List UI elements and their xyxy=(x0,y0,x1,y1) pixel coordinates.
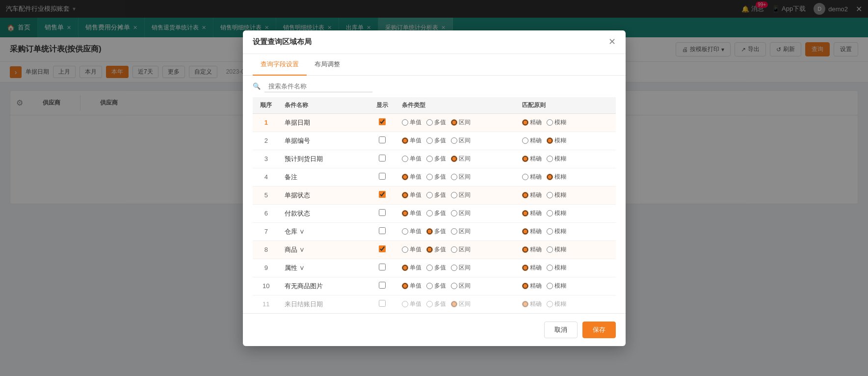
cell-type: 单值多值区间 xyxy=(397,259,517,277)
cell-display xyxy=(367,150,397,168)
table-row: 1单据日期单值多值区间精确模糊 xyxy=(253,113,616,132)
tab-layout[interactable]: 布局调整 xyxy=(307,54,348,76)
display-checkbox[interactable] xyxy=(379,136,386,143)
col-order: 顺序 xyxy=(253,97,280,114)
type-radio-区间[interactable] xyxy=(451,156,457,162)
cell-name: 备注 xyxy=(280,168,367,186)
col-display: 显示 xyxy=(367,97,397,114)
match-radio-精确[interactable] xyxy=(522,192,528,198)
type-radio-单值[interactable] xyxy=(402,137,408,144)
type-radio-多值[interactable] xyxy=(426,210,433,216)
match-radio-模糊[interactable] xyxy=(547,192,553,198)
type-radio-区间[interactable] xyxy=(451,228,457,235)
cell-type: 单值多值区间 xyxy=(397,222,517,241)
search-icon: 🔍 xyxy=(253,82,261,90)
cell-match: 精确模糊 xyxy=(517,204,615,222)
cell-name: 单据日期 xyxy=(280,113,367,132)
col-match: 匹配原则 xyxy=(517,97,615,114)
settings-modal: 设置查询区域布局 ✕ 查询字段设置 布局调整 🔍 顺序 xyxy=(243,30,626,279)
cell-display xyxy=(367,186,397,204)
cell-order: 3 xyxy=(253,150,280,168)
match-radio-模糊[interactable] xyxy=(547,156,553,162)
cell-type: 单值多值区间 xyxy=(397,150,517,168)
type-radio-区间[interactable] xyxy=(451,246,457,253)
display-checkbox[interactable] xyxy=(379,209,386,216)
cell-match: 精确模糊 xyxy=(517,277,615,279)
cell-match: 精确模糊 xyxy=(517,150,615,168)
cell-order: 6 xyxy=(253,204,280,222)
display-checkbox[interactable] xyxy=(379,118,386,125)
cell-type: 单值多值区间 xyxy=(397,204,517,222)
cell-display xyxy=(367,113,397,132)
match-radio-模糊[interactable] xyxy=(547,137,553,144)
display-checkbox[interactable] xyxy=(379,155,386,161)
cell-type: 单值多值区间 xyxy=(397,113,517,132)
modal-close-btn[interactable]: ✕ xyxy=(608,37,616,46)
display-checkbox[interactable] xyxy=(379,227,386,234)
type-radio-单值[interactable] xyxy=(402,210,408,216)
type-radio-多值[interactable] xyxy=(426,137,433,144)
type-radio-单值[interactable] xyxy=(402,228,408,235)
match-radio-模糊[interactable] xyxy=(547,210,553,216)
cell-match: 精确模糊 xyxy=(517,113,615,132)
type-radio-多值[interactable] xyxy=(426,265,433,271)
modal-body: 查询字段设置 布局调整 🔍 顺序 条件名称 显示 条件类型 xyxy=(243,54,626,279)
search-input[interactable] xyxy=(264,81,372,92)
display-checkbox[interactable] xyxy=(379,245,386,252)
cell-display xyxy=(367,277,397,279)
col-type: 条件类型 xyxy=(397,97,517,114)
cell-name: 有无商品图片 xyxy=(280,277,367,279)
tab-query-fields[interactable]: 查询字段设置 xyxy=(253,54,307,76)
modal-search: 🔍 xyxy=(243,76,626,92)
cell-type: 单值多值区间 xyxy=(397,186,517,204)
table-row: 9属性 ∨单值多值区间精确模糊 xyxy=(253,259,616,277)
match-radio-精确[interactable] xyxy=(522,265,528,271)
table-header-row: 顺序 条件名称 显示 条件类型 匹配原则 xyxy=(253,97,616,114)
match-radio-精确[interactable] xyxy=(522,246,528,253)
match-radio-模糊[interactable] xyxy=(547,228,553,235)
type-radio-多值[interactable] xyxy=(426,246,433,253)
type-radio-区间[interactable] xyxy=(451,210,457,216)
match-radio-模糊[interactable] xyxy=(547,174,553,180)
type-radio-单值[interactable] xyxy=(402,119,408,126)
type-radio-单值[interactable] xyxy=(402,156,408,162)
cell-type: 单值多值区间 xyxy=(397,132,517,150)
match-radio-精确[interactable] xyxy=(522,156,528,162)
type-radio-区间[interactable] xyxy=(451,119,457,126)
match-radio-精确[interactable] xyxy=(522,210,528,216)
display-checkbox[interactable] xyxy=(379,173,386,180)
conditions-table: 顺序 条件名称 显示 条件类型 匹配原则 1单据日期单值多值区间精确模糊2单据编… xyxy=(253,97,616,279)
match-radio-精确[interactable] xyxy=(522,119,528,126)
type-radio-单值[interactable] xyxy=(402,246,408,253)
cell-name: 单据编号 xyxy=(280,132,367,150)
cell-display xyxy=(367,204,397,222)
type-radio-多值[interactable] xyxy=(426,228,433,235)
match-radio-精确[interactable] xyxy=(522,137,528,144)
cell-name: 商品 ∨ xyxy=(280,241,367,259)
type-radio-区间[interactable] xyxy=(451,192,457,198)
modal-overlay: 设置查询区域布局 ✕ 查询字段设置 布局调整 🔍 顺序 xyxy=(0,0,868,279)
type-radio-多值[interactable] xyxy=(426,192,433,198)
match-radio-模糊[interactable] xyxy=(547,246,553,253)
type-radio-多值[interactable] xyxy=(426,174,433,180)
cell-match: 精确模糊 xyxy=(517,241,615,259)
type-radio-区间[interactable] xyxy=(451,265,457,271)
type-radio-多值[interactable] xyxy=(426,119,433,126)
cell-name: 仓库 ∨ xyxy=(280,222,367,241)
type-radio-单值[interactable] xyxy=(402,174,408,180)
table-row: 7仓库 ∨单值多值区间精确模糊 xyxy=(253,222,616,241)
match-radio-模糊[interactable] xyxy=(547,265,553,271)
type-radio-单值[interactable] xyxy=(402,265,408,271)
display-checkbox[interactable] xyxy=(379,191,386,198)
type-radio-单值[interactable] xyxy=(402,192,408,198)
type-radio-多值[interactable] xyxy=(426,156,433,162)
match-radio-模糊[interactable] xyxy=(547,119,553,126)
cell-match: 精确模糊 xyxy=(517,259,615,277)
display-checkbox[interactable] xyxy=(379,264,386,270)
match-radio-精确[interactable] xyxy=(522,174,528,180)
type-radio-区间[interactable] xyxy=(451,174,457,180)
modal-title: 设置查询区域布局 xyxy=(253,37,312,47)
type-radio-区间[interactable] xyxy=(451,137,457,144)
table-row: 5单据状态单值多值区间精确模糊 xyxy=(253,186,616,204)
match-radio-精确[interactable] xyxy=(522,228,528,235)
